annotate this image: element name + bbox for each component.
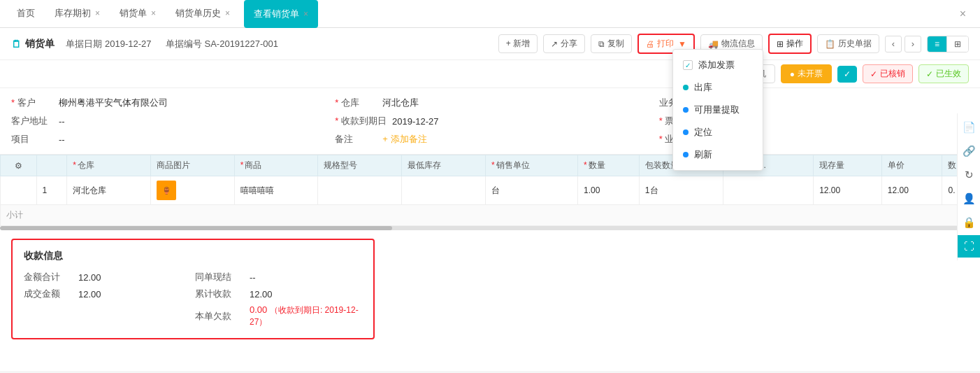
row-no: 1	[36, 176, 67, 205]
subtotal-label: 小计	[1, 205, 980, 226]
col-warehouse: *仓库	[67, 155, 151, 176]
receipt-section: 收款信息 金额合计 12.00 同单现结 -- 成交金额 12.00 累计收款 …	[11, 239, 375, 339]
number-value: SA-20191227-001	[205, 38, 279, 49]
dropdown-outbound[interactable]: 出库	[673, 76, 763, 99]
logistics-icon: 🚚	[708, 39, 719, 49]
tab-view-sales[interactable]: 查看销货单 ×	[244, 0, 318, 28]
copy-icon: ⧉	[598, 39, 605, 49]
row-product: 嘻嘻嘻嘻	[234, 176, 318, 205]
tab-sales-order[interactable]: 销货单 ×	[110, 0, 166, 28]
warehouse-label: 仓库	[335, 97, 377, 109]
right-icon-user[interactable]: 👤	[958, 188, 980, 210]
payment-date-value: 2019-12-27	[392, 116, 439, 127]
col-product-img: 商品图片	[150, 155, 234, 176]
right-icon-lock[interactable]: 🔒	[958, 211, 980, 234]
invoice-icon: ●	[790, 69, 795, 79]
close-all-tabs[interactable]: ×	[953, 8, 973, 20]
col-quantity: *数量	[578, 155, 640, 176]
date-value: 2019-12-27	[105, 38, 152, 49]
check-icon-btn[interactable]: ✓	[837, 66, 857, 83]
subtotal-row: 小计	[1, 205, 980, 226]
doc-header: 🗒 销货单 单据日期 2019-12-27 单据编号 SA-20191227-0…	[0, 28, 980, 60]
col-sales-unit: *销售单位	[485, 155, 577, 176]
cumulative-label: 累计收款	[195, 288, 244, 300]
close-tab-sales-history[interactable]: ×	[225, 8, 230, 18]
payment-date-field: 收款到期日 2019-12-27	[335, 115, 644, 127]
check-circle-icon: ✓	[870, 69, 877, 79]
dropdown-refresh[interactable]: 刷新	[673, 143, 763, 166]
new-button[interactable]: + 新增	[498, 34, 538, 53]
remarks-label: 备注	[335, 133, 377, 146]
address-value: --	[59, 116, 65, 127]
toolbar-row: 📱 来自手机 ● 未开票 ✓ ✓ 已核销 ✓ 已生效	[0, 60, 980, 88]
project-label: 项目	[11, 133, 53, 146]
print-icon: 🖨	[646, 39, 654, 49]
tab-sales-history[interactable]: 销货单历史 ×	[166, 0, 240, 28]
share-button[interactable]: ↗ 分享	[543, 34, 585, 53]
history-button[interactable]: 📋 历史单据	[817, 34, 879, 53]
col-stock: 现存量	[814, 155, 882, 176]
row-quantity: 1.00	[578, 176, 640, 205]
operation-dropdown: ✓ 添加发票 出库 可用量提取 定位 刷新	[672, 49, 763, 171]
row-sales-unit: 台	[485, 176, 577, 205]
sold-badge: ✓ 已核销	[863, 64, 913, 83]
dropdown-available-qty[interactable]: 可用量提取	[673, 99, 763, 121]
receipt-row-deal: 成交金额 12.00	[24, 288, 191, 300]
prev-arrow[interactable]: ‹	[885, 36, 902, 52]
row-unit-price: 12.00	[881, 176, 942, 205]
next-arrow[interactable]: ›	[905, 36, 921, 52]
col-min-stock: 最低库存	[402, 155, 486, 176]
tab-inventory-init[interactable]: 库存期初 ×	[45, 0, 110, 28]
right-icon-doc[interactable]: 📄	[958, 116, 980, 139]
available-qty-dot	[683, 107, 689, 113]
tab-home[interactable]: 首页	[7, 0, 45, 28]
refresh-dot	[683, 152, 689, 157]
list-view-btn[interactable]: ≡	[928, 36, 947, 52]
nav-arrows: ‹ ›	[885, 36, 921, 52]
col-unit-price: 单价	[881, 155, 942, 176]
operation-button[interactable]: ⊞ 操作	[768, 34, 812, 54]
product-table: ⚙ *仓库 商品图片 *商品 规格型号 最低库存 *销售单位 *数量 包装数量 …	[0, 155, 980, 226]
doc-title: 🗒 销货单	[11, 38, 55, 50]
right-icon-refresh[interactable]: ↻	[958, 164, 980, 186]
right-icon-panel: 📄 🔗 ↻ 👤 🔒 ⛶	[957, 113, 980, 260]
row-spec	[318, 176, 402, 205]
receipt-row-total: 金额合计 12.00	[24, 271, 191, 283]
locate-dot	[683, 129, 689, 135]
row-warehouse: 河北仓库	[67, 176, 151, 205]
form-section: 客户 柳州粤港平安气体有限公司 仓库 河北仓库 业务员 演示账号 客户地址 --…	[0, 88, 980, 154]
close-tab-inventory-init[interactable]: ×	[95, 8, 100, 18]
dropdown-locate[interactable]: 定位	[673, 121, 763, 143]
copy-button[interactable]: ⧉ 复制	[591, 34, 632, 53]
total-label: 金额合计	[24, 271, 73, 283]
content-area: 🗒 销货单 单据日期 2019-12-27 单据编号 SA-20191227-0…	[0, 28, 980, 371]
view-toggle: ≡ ⊞	[927, 36, 969, 52]
customer-value: 柳州粤港平安气体有限公司	[59, 97, 168, 109]
cash-label: 同单现结	[195, 271, 244, 283]
address-field: 客户地址 --	[11, 115, 321, 127]
date-label: 单据日期	[66, 38, 102, 50]
table-header-row: ⚙ *仓库 商品图片 *商品 规格型号 最低库存 *销售单位 *数量 包装数量 …	[1, 155, 980, 176]
row-available	[723, 176, 814, 205]
warehouse-value: 河北仓库	[382, 97, 419, 109]
tab-bar: 首页 库存期初 × 销货单 × 销货单历史 × 查看销货单 × ×	[0, 0, 980, 28]
close-tab-view-sales[interactable]: ×	[303, 9, 308, 19]
row-pack-qty: 1台	[639, 176, 723, 205]
table-scroll[interactable]	[0, 226, 980, 230]
dropdown-add-invoice[interactable]: ✓ 添加发票	[673, 54, 763, 76]
col-product: *商品	[234, 155, 318, 176]
not-open-button[interactable]: ● 未开票	[781, 64, 832, 83]
receipt-row-cumulative: 累计收款 12.00	[195, 288, 362, 300]
cumulative-value: 12.00	[250, 289, 273, 300]
row-stock: 12.00	[814, 176, 882, 205]
add-remarks-btn[interactable]: + 添加备注	[382, 133, 426, 146]
right-icon-link[interactable]: 🔗	[958, 140, 980, 162]
grid-view-btn[interactable]: ⊞	[947, 36, 968, 52]
receipt-grid: 金额合计 12.00 同单现结 -- 成交金额 12.00 累计收款 12.00…	[24, 271, 362, 328]
add-invoice-checkbox: ✓	[683, 60, 693, 70]
warehouse-field: 仓库 河北仓库	[335, 97, 644, 109]
right-icon-expand[interactable]: ⛶	[958, 235, 980, 258]
col-rowno	[36, 155, 67, 176]
close-tab-sales-order[interactable]: ×	[151, 8, 156, 18]
receipt-row-cash: 同单现结 --	[195, 271, 362, 283]
